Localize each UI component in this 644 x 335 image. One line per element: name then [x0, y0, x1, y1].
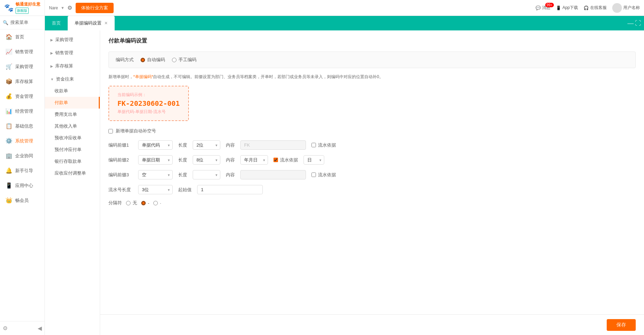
serial-start-input[interactable]: [197, 185, 263, 194]
encoding-method-card: 编码方式 自动编码 手工编码: [108, 52, 636, 68]
radio-auto-label[interactable]: 自动编码: [141, 57, 165, 63]
avatar-image: [612, 3, 622, 13]
dropdown-arrow-icon[interactable]: ▾: [61, 5, 64, 10]
sub-nav-item-receipt[interactable]: 收款单: [45, 85, 100, 97]
sub-nav-item-bank-deposit[interactable]: 银行存取款单: [45, 156, 100, 167]
sidebar-search[interactable]: 🔍 搜索菜单: [0, 16, 45, 29]
sidebar-item-home[interactable]: 🏠 首页: [0, 29, 45, 44]
header-right: 💬 消息 99+ 📱 App下载 🎧 在线客服 用户名称: [536, 3, 640, 13]
sep-dash-radio[interactable]: [141, 201, 146, 205]
sidebar-item-label: 销售管理: [15, 49, 33, 55]
sub-nav-item-other-income[interactable]: 其他收入单: [45, 120, 100, 132]
sidebar-item-sales[interactable]: 📈 销售管理: [0, 44, 45, 59]
sep-none-label[interactable]: 无: [126, 200, 137, 206]
sidebar-item-label: 系统管理: [15, 138, 33, 144]
serial-length-select[interactable]: 3位: [138, 185, 173, 194]
prefix1-length-select[interactable]: 2位: [193, 140, 220, 150]
sep-dot-label[interactable]: ·: [153, 201, 161, 206]
chevron-right-icon: ▶: [50, 38, 53, 42]
sidebar: 🔍 搜索菜单 🏠 首页 📈 销售管理 🛒 采购管理 📦 库存核算 💰: [0, 16, 45, 335]
tab-close-icon[interactable]: ✕: [104, 21, 108, 26]
sidebar-item-finance[interactable]: 💰 资金管理: [0, 89, 45, 104]
settings-icon[interactable]: ⚙: [67, 4, 72, 11]
radio-auto[interactable]: [141, 58, 145, 62]
sidebar-item-basic[interactable]: 📋 基础信息: [0, 119, 45, 133]
sep-none-radio[interactable]: [126, 201, 131, 205]
sub-nav-sales-label: 销售管理: [55, 50, 73, 56]
sep-dot-radio[interactable]: [153, 201, 158, 205]
sub-nav-inventory-label: 库存核算: [55, 63, 73, 69]
sidebar-item-guide[interactable]: 🔔 新手引导: [0, 163, 45, 178]
message-badge: 99+: [545, 3, 554, 7]
prefix2-length-select[interactable]: 8位: [193, 155, 220, 165]
sidebar-item-enterprise[interactable]: 🏢 企业协同: [0, 148, 45, 163]
sub-nav-item-prepay-payable[interactable]: 预付冲应付单: [45, 144, 100, 156]
guide-icon: 🔔: [6, 167, 12, 174]
tab-home[interactable]: 首页: [45, 16, 68, 30]
trial-button[interactable]: 体验行业方案: [76, 3, 114, 13]
auto-fill-row[interactable]: 新增单据自动补空号: [108, 128, 636, 134]
prefix1-select[interactable]: 单据代码: [138, 140, 173, 150]
user-avatar[interactable]: 用户名称: [612, 3, 640, 13]
sidebar-item-label: 经营管理: [15, 108, 33, 114]
sub-nav-group-purchase: ▶ 采购管理: [45, 34, 100, 46]
sub-nav-group-inventory: ▶ 库存核算: [45, 60, 100, 72]
tab-minimize-button[interactable]: —: [627, 20, 634, 27]
online-service-item[interactable]: 🎧 在线客服: [584, 5, 607, 11]
save-button[interactable]: 保存: [607, 319, 636, 331]
tab-bar-actions: — ⛶: [627, 20, 644, 27]
sub-nav-item-ap-adjust[interactable]: 应收应付调整单: [45, 167, 100, 179]
sub-nav-item-prepay-receivable[interactable]: 预收冲应收单: [45, 132, 100, 144]
preview-label: 当前编码示例：: [117, 92, 180, 98]
radio-manual-label[interactable]: 手工编码: [172, 57, 196, 63]
prefix1-length-wrapper: 2位: [193, 140, 220, 150]
sidebar-gear-icon[interactable]: ⚙: [3, 325, 8, 332]
prefix2-cycle-select[interactable]: 日: [304, 155, 324, 165]
prefix3-select[interactable]: 空: [138, 170, 173, 179]
tab-serial-setting[interactable]: 单据编码设置 ✕: [68, 16, 115, 30]
radio-auto-text: 自动编码: [147, 57, 165, 63]
sub-nav-purchase-title[interactable]: ▶ 采购管理: [45, 34, 100, 46]
prefix2-length-wrapper: 8位: [193, 155, 220, 165]
prefix2-cycle-wrapper: 日: [304, 155, 324, 165]
serial-length-row: 流水号长度 3位 起始值: [108, 185, 636, 194]
sep-none-text: 无: [133, 200, 137, 206]
serial-start-label: 起始值: [178, 187, 192, 193]
sidebar-items: 🏠 首页 📈 销售管理 🛒 采购管理 📦 库存核算 💰 资金管理 📊 经: [0, 29, 45, 321]
message-icon-item[interactable]: 💬 消息 99+: [536, 5, 550, 11]
sub-nav-item-expense[interactable]: 费用支出单: [45, 109, 100, 120]
prefix2-serial-checkbox[interactable]: [273, 158, 278, 162]
sub-nav-finance-label: 资金往来: [56, 76, 74, 82]
sidebar-item-purchase[interactable]: 🛒 采购管理: [0, 59, 45, 74]
sidebar-item-label: 应用中心: [15, 183, 33, 189]
prefix2-content-select[interactable]: 年月日: [240, 155, 268, 165]
sep-dot-text: ·: [160, 201, 161, 206]
sidebar-item-label: 新手引导: [15, 168, 33, 174]
prefix1-label: 编码前缀1: [108, 142, 133, 148]
sidebar-item-label: 畅会员: [15, 197, 29, 204]
sep-dash-label[interactable]: -: [141, 201, 149, 206]
sub-nav-sales-title[interactable]: ▶ 销售管理: [45, 47, 100, 59]
prefix1-serial-checkbox[interactable]: [311, 143, 316, 147]
finance-icon: 💰: [6, 93, 12, 100]
app-download-item[interactable]: 📱 App下载: [556, 5, 578, 11]
sidebar-item-operation[interactable]: 📊 经营管理: [0, 104, 45, 119]
serial-length-wrapper: 3位: [138, 185, 173, 194]
sidebar-item-member[interactable]: 👑 畅会员: [0, 193, 45, 208]
sidebar-item-system[interactable]: ⚙️ 系统管理: [0, 133, 45, 148]
sub-nav-item-payment[interactable]: 付款单: [45, 97, 100, 109]
sidebar-collapse-icon[interactable]: ◀: [38, 325, 42, 332]
prefix3-length-select[interactable]: [193, 170, 220, 179]
prefix1-content-input: [240, 140, 306, 150]
operation-icon: 📊: [6, 108, 12, 114]
prefix2-select[interactable]: 单据日期: [138, 155, 173, 165]
chevron-down-icon: ▼: [50, 77, 54, 81]
sub-nav-finance-title[interactable]: ▼ 资金往来: [45, 73, 100, 85]
prefix3-serial-checkbox[interactable]: [311, 173, 316, 177]
sidebar-item-inventory[interactable]: 📦 库存核算: [0, 74, 45, 89]
auto-fill-checkbox[interactable]: [108, 129, 113, 133]
sub-nav-inventory-title[interactable]: ▶ 库存核算: [45, 60, 100, 72]
tab-maximize-button[interactable]: ⛶: [635, 20, 641, 27]
radio-manual[interactable]: [172, 58, 176, 62]
sidebar-item-apps[interactable]: 📱 应用中心: [0, 178, 45, 193]
